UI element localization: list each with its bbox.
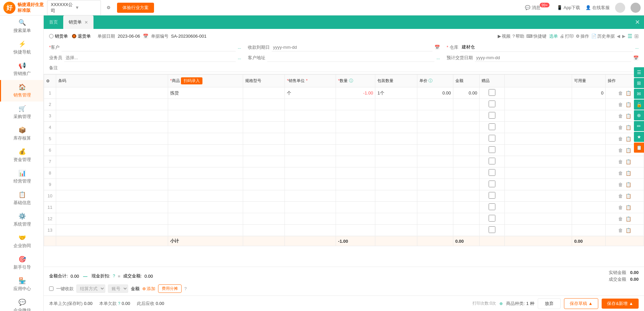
float-panel5[interactable]: ⊕ <box>634 110 644 120</box>
video-link[interactable]: ▶ 视频 <box>498 33 510 39</box>
float-panel6[interactable]: ✏ <box>634 121 644 131</box>
row-pack-qty[interactable] <box>375 99 417 110</box>
row-pack-qty[interactable] <box>375 110 417 122</box>
date-calendar-icon[interactable]: 📅 <box>143 34 148 39</box>
row-gift[interactable] <box>479 179 505 190</box>
row-unit[interactable] <box>285 156 336 167</box>
row-product[interactable] <box>168 145 243 156</box>
copy-button[interactable]: 📋 <box>625 113 632 119</box>
row-quantity[interactable] <box>336 179 375 190</box>
tab-close-icon[interactable]: ✕ <box>84 20 88 25</box>
delete-button[interactable]: 🗑 <box>617 158 623 165</box>
row-quantity[interactable] <box>336 190 375 202</box>
row-amount[interactable] <box>453 156 479 167</box>
operation-link[interactable]: ⚙ 操作 <box>576 33 589 39</box>
copy-button[interactable]: 📋 <box>625 158 632 165</box>
float-panel2[interactable]: ⊞ <box>634 78 644 88</box>
row-barcode[interactable] <box>56 99 168 110</box>
row-pack-qty[interactable] <box>375 145 417 156</box>
shortcut-link[interactable]: ⌨ 快捷键 <box>526 33 546 39</box>
row-spec[interactable] <box>243 167 285 179</box>
row-quantity[interactable] <box>336 202 375 213</box>
row-gift[interactable] <box>479 167 505 179</box>
row-spec[interactable] <box>243 99 285 110</box>
row-price[interactable] <box>417 122 453 133</box>
delivery-date-calendar-icon[interactable]: 📅 <box>633 55 639 61</box>
row-pack-qty[interactable] <box>375 133 417 145</box>
history-link[interactable]: 📄 历史单据 <box>591 33 615 39</box>
row-unit[interactable] <box>285 167 336 179</box>
row-price[interactable] <box>417 167 453 179</box>
scan-button[interactable]: 扫码录入 <box>181 77 202 84</box>
row-barcode[interactable] <box>56 190 168 202</box>
sidebar-item-finance[interactable]: 💰 资金管理 <box>0 145 43 166</box>
list-view-icon[interactable]: ☰ <box>628 33 632 39</box>
copy-button[interactable]: 📋 <box>625 170 632 177</box>
row-quantity[interactable] <box>336 145 375 156</box>
salesman-more-icon[interactable]: ... <box>238 55 241 60</box>
row-quantity[interactable] <box>336 110 375 122</box>
account-select[interactable]: 账号 <box>108 284 128 293</box>
row-spec[interactable] <box>243 156 285 167</box>
delete-button[interactable]: 🗑 <box>617 147 623 154</box>
sidebar-item-enterprise[interactable]: 🤝 企业协同 <box>0 231 43 252</box>
copy-button[interactable]: 📋 <box>625 135 632 142</box>
row-price[interactable] <box>417 145 453 156</box>
row-product[interactable]: 拣货 <box>168 87 243 99</box>
copy-button[interactable]: 📋 <box>625 193 632 199</box>
copy-button[interactable]: 📋 <box>625 216 632 222</box>
row-product[interactable] <box>168 167 243 179</box>
sales-order-radio[interactable]: 销货单 <box>49 33 68 39</box>
row-amount[interactable] <box>453 202 479 213</box>
message-button[interactable]: 💬 消息 99+ <box>525 5 552 11</box>
sidebar-item-operations[interactable]: 📊 经营管理 <box>0 166 43 188</box>
customer-more-icon[interactable]: ... <box>238 45 241 50</box>
copy-button[interactable]: 📋 <box>625 204 632 211</box>
delete-button[interactable]: 🗑 <box>617 101 623 108</box>
delete-button[interactable]: 🗑 <box>617 90 623 96</box>
fee-split-button[interactable]: 费用分摊 <box>158 284 182 293</box>
row-amount[interactable] <box>453 133 479 145</box>
discount-info-icon[interactable]: ? <box>113 274 115 278</box>
row-price[interactable] <box>417 156 453 167</box>
row-amount[interactable] <box>453 122 479 133</box>
row-barcode[interactable] <box>56 145 168 156</box>
row-pack-qty[interactable] <box>375 156 417 167</box>
delete-button[interactable]: 🗑 <box>617 216 623 222</box>
row-quantity[interactable] <box>336 167 375 179</box>
float-panel7[interactable]: ★ <box>634 132 644 142</box>
row-product[interactable] <box>168 110 243 122</box>
next-icon[interactable]: ▶ <box>622 34 626 39</box>
row-pack-qty[interactable] <box>375 179 417 190</box>
row-quantity[interactable] <box>336 122 375 133</box>
row-amount[interactable] <box>453 99 479 110</box>
row-pack-qty[interactable] <box>375 213 417 225</box>
row-price[interactable] <box>417 213 453 225</box>
discard-button[interactable]: 放弃 <box>538 298 561 309</box>
address-more-icon[interactable]: ... <box>437 55 440 60</box>
delete-button[interactable]: 🗑 <box>617 204 623 211</box>
row-product[interactable] <box>168 190 243 202</box>
delete-button[interactable]: 🗑 <box>617 181 623 188</box>
row-amount[interactable] <box>453 110 479 122</box>
salesman-input[interactable] <box>64 54 236 62</box>
row-barcode[interactable] <box>56 122 168 133</box>
row-price[interactable] <box>417 133 453 145</box>
company-selector[interactable]: XXXXXX公司 ▼ <box>47 0 101 15</box>
row-spec[interactable] <box>243 110 285 122</box>
delete-button[interactable]: 🗑 <box>617 124 623 131</box>
sidebar-item-guide[interactable]: 🎯 新手引导 <box>0 252 43 274</box>
row-barcode[interactable] <box>56 213 168 225</box>
row-unit[interactable] <box>285 179 336 190</box>
row-spec[interactable] <box>243 87 285 99</box>
row-price[interactable] <box>417 190 453 202</box>
avatar[interactable] <box>615 3 625 13</box>
float-panel1[interactable]: ☰ <box>634 67 644 77</box>
row-unit[interactable] <box>285 190 336 202</box>
row-price[interactable] <box>417 110 453 122</box>
method-select[interactable]: 结算方式 <box>76 284 105 293</box>
row-barcode[interactable] <box>56 156 168 167</box>
due-date-calendar-icon[interactable]: 📅 <box>434 45 440 50</box>
row-pack-qty[interactable] <box>375 202 417 213</box>
row-unit[interactable] <box>285 99 336 110</box>
